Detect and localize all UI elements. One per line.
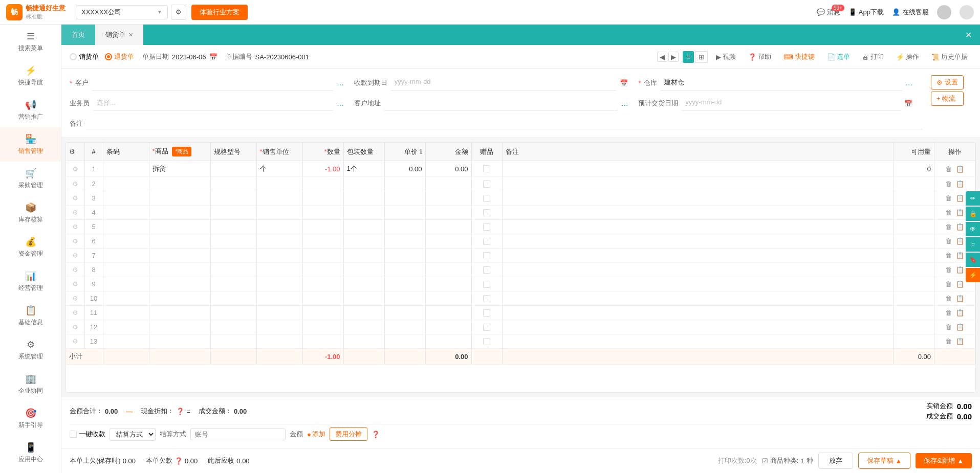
row-amount[interactable]: [425, 234, 471, 249]
row-unit[interactable]: [256, 263, 302, 277]
row-amount[interactable]: [425, 334, 471, 349]
row-amount[interactable]: [425, 277, 471, 291]
app-download-button[interactable]: 📱 App下载: [848, 8, 884, 17]
address-input[interactable]: [384, 96, 618, 111]
row-unit[interactable]: [256, 291, 302, 306]
row-product[interactable]: [149, 191, 210, 206]
message-button[interactable]: 💬 消息 99+: [817, 8, 840, 17]
row-qty[interactable]: [302, 263, 343, 277]
avatar[interactable]: [937, 5, 951, 19]
delete-icon[interactable]: 🗑: [945, 266, 952, 274]
expense-button[interactable]: 费用分摊: [330, 427, 367, 441]
row-price[interactable]: [384, 206, 425, 220]
row-pkgqty[interactable]: [343, 320, 384, 334]
row-product[interactable]: [149, 320, 210, 334]
float-edit-button[interactable]: ✏: [966, 191, 980, 206]
row-price[interactable]: [384, 306, 425, 320]
view-list-button[interactable]: ≡: [683, 51, 694, 63]
shortcut-button[interactable]: ⌨ 快捷键: [779, 50, 819, 63]
settings-icon[interactable]: ⚙: [171, 5, 186, 20]
tab-close-icon[interactable]: ✕: [128, 32, 133, 38]
sidebar-item-inventory[interactable]: 📦 库存核算: [0, 196, 61, 230]
row-pkgqty[interactable]: [343, 177, 384, 191]
row-unit[interactable]: 个: [256, 161, 302, 177]
row-price[interactable]: [384, 334, 425, 349]
row-price[interactable]: [384, 291, 425, 306]
row-unit[interactable]: [256, 220, 302, 234]
row-qty[interactable]: -1.00: [302, 161, 343, 177]
copy-icon[interactable]: 📋: [956, 295, 964, 302]
row-spec[interactable]: [210, 206, 256, 220]
row-product[interactable]: [149, 306, 210, 320]
expense-help-icon[interactable]: ❓: [372, 431, 380, 438]
radio-return[interactable]: 退货单: [105, 52, 134, 61]
row-remark[interactable]: [502, 161, 894, 177]
address-select-icon[interactable]: ...: [621, 99, 628, 108]
row-pkgqty[interactable]: [343, 206, 384, 220]
row-remark[interactable]: [502, 234, 894, 249]
trial-button[interactable]: 体验行业方案: [191, 5, 248, 20]
tab-home[interactable]: 首页: [61, 25, 95, 45]
float-action-button[interactable]: ⚡: [966, 268, 980, 282]
price-info-icon[interactable]: ℹ: [420, 148, 422, 155]
row-gift[interactable]: [471, 277, 502, 291]
row-pkgqty[interactable]: [343, 263, 384, 277]
one-click-payment-checkbox[interactable]: 一键收款: [70, 430, 105, 439]
row-pkgqty[interactable]: [343, 291, 384, 306]
row-pkgqty[interactable]: [343, 249, 384, 263]
row-pkgqty[interactable]: [343, 220, 384, 234]
logistics-button[interactable]: + 物流: [931, 92, 964, 106]
delete-icon[interactable]: 🗑: [945, 237, 952, 245]
row-pkgqty[interactable]: [343, 234, 384, 249]
row-price[interactable]: 0.00: [384, 161, 425, 177]
row-price[interactable]: [384, 249, 425, 263]
row-barcode[interactable]: [103, 291, 149, 306]
copy-icon[interactable]: 📋: [956, 337, 964, 345]
row-gift[interactable]: [471, 161, 502, 177]
row-pkgqty[interactable]: [343, 191, 384, 206]
float-eye-button[interactable]: 👁: [966, 222, 980, 236]
row-price[interactable]: [384, 220, 425, 234]
row-barcode[interactable]: [103, 177, 149, 191]
row-qty[interactable]: [302, 291, 343, 306]
row-product[interactable]: [149, 234, 210, 249]
row-amount[interactable]: [425, 220, 471, 234]
row-qty[interactable]: [302, 191, 343, 206]
delete-icon[interactable]: 🗑: [945, 295, 952, 302]
delete-icon[interactable]: 🗑: [945, 209, 952, 216]
sidebar-item-wechat[interactable]: 💬 企业微信: [0, 470, 61, 473]
row-barcode[interactable]: [103, 306, 149, 320]
copy-icon[interactable]: 📋: [956, 194, 964, 202]
due-date-calendar-icon[interactable]: 📅: [620, 79, 628, 87]
row-unit[interactable]: [256, 249, 302, 263]
operation-button[interactable]: ⚡ 操作: [892, 50, 923, 63]
row-remark[interactable]: [502, 249, 894, 263]
row-remark[interactable]: [502, 320, 894, 334]
row-qty[interactable]: [302, 306, 343, 320]
delete-icon[interactable]: 🗑: [945, 165, 952, 173]
row-price[interactable]: [384, 234, 425, 249]
customer-input[interactable]: [92, 75, 334, 91]
tab-sales-order[interactable]: 销货单 ✕: [95, 25, 143, 45]
copy-icon[interactable]: 📋: [956, 223, 964, 231]
sidebar-item-quick-nav[interactable]: ⚡ 快捷导航: [0, 59, 61, 93]
sidebar-item-operations[interactable]: 📊 经营管理: [0, 264, 61, 299]
row-spec[interactable]: [210, 177, 256, 191]
delete-icon[interactable]: 🗑: [945, 223, 952, 231]
float-bookmark-button[interactable]: 🔖: [966, 253, 980, 267]
row-unit[interactable]: [256, 320, 302, 334]
scan-button[interactable]: *商品: [172, 147, 191, 156]
row-amount[interactable]: [425, 306, 471, 320]
row-unit[interactable]: [256, 334, 302, 349]
row-product[interactable]: [149, 263, 210, 277]
account-input[interactable]: [190, 429, 286, 440]
sidebar-item-enterprise[interactable]: 🏢 企业协同: [0, 367, 61, 401]
debit-help-icon[interactable]: ❓: [175, 457, 183, 465]
row-qty[interactable]: [302, 234, 343, 249]
select-order-button[interactable]: 📄 选单: [823, 50, 854, 63]
row-spec[interactable]: [210, 334, 256, 349]
row-spec[interactable]: [210, 306, 256, 320]
row-barcode[interactable]: [103, 161, 149, 177]
row-barcode[interactable]: [103, 220, 149, 234]
row-amount[interactable]: 0.00: [425, 161, 471, 177]
